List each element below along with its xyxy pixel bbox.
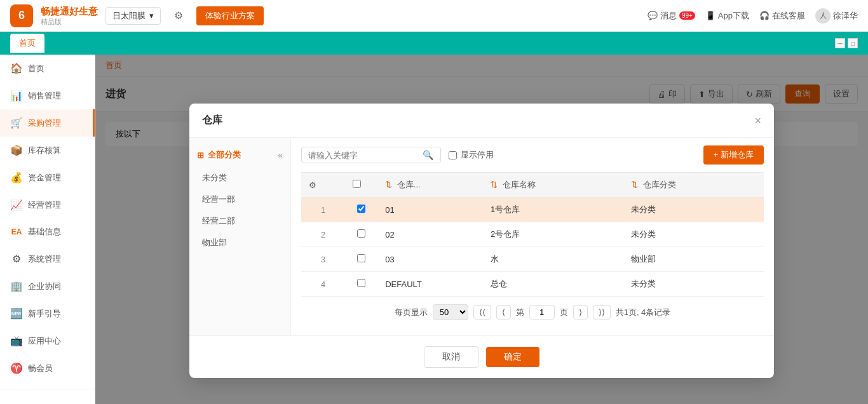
basic-icon: EA	[10, 227, 23, 236]
online-service-btn[interactable]: 🎧 在线客服	[759, 10, 805, 22]
sidebar-item-finance[interactable]: 💰 资金管理	[0, 164, 95, 191]
table-toolbar: 🔍 显示停用 + 新增仓库	[301, 145, 764, 165]
system-icon: ⚙	[10, 253, 23, 265]
per-page-select[interactable]: 50 10 20 100	[433, 304, 468, 320]
show-disabled-label[interactable]: 显示停用	[449, 149, 494, 161]
sidebar-settings[interactable]: ⚙	[0, 396, 95, 404]
cell-code: DEFAULT	[377, 272, 483, 297]
warehouse-table: ⚙ ⇅ 仓库...	[301, 172, 764, 297]
table-row[interactable]: 3 03 水 物业部	[301, 247, 764, 272]
messages-badge: 99+	[679, 11, 695, 20]
table-header-row: ⚙ ⇅ 仓库...	[301, 173, 764, 198]
category-sidebar: ⊞ 全部分类 « 未分类 经营一部 经营二部 物业部	[189, 138, 291, 335]
search-icon: 🔍	[423, 150, 433, 160]
minimize-btn[interactable]: ─	[835, 38, 845, 48]
add-warehouse-btn[interactable]: + 新增仓库	[703, 145, 764, 165]
row-checkbox[interactable]	[357, 229, 365, 238]
search-box: 🔍	[301, 147, 441, 163]
cat-item-2[interactable]: 经营二部	[189, 210, 290, 232]
category-header: ⊞ 全部分类 «	[189, 145, 290, 167]
maximize-btn[interactable]: □	[848, 38, 858, 48]
sidebar-item-purchase[interactable]: 🛒 采购管理	[0, 109, 95, 137]
table-wrapper: ⚙ ⇅ 仓库...	[301, 172, 764, 297]
sidebar-item-apps[interactable]: 📺 应用中心	[0, 327, 95, 354]
cell-code: 01	[377, 198, 483, 222]
nav-tabs: 首页 ─ □	[0, 32, 868, 55]
search-input[interactable]	[308, 151, 423, 160]
cell-category: 未分类	[623, 272, 764, 297]
sidebar-item-inventory[interactable]: 📦 库存核算	[0, 137, 95, 164]
purchase-icon: 🛒	[10, 117, 23, 129]
cell-check[interactable]	[345, 247, 377, 272]
settings-icon[interactable]: ⚙	[168, 6, 189, 26]
tab-home[interactable]: 首页	[10, 34, 44, 53]
th-category[interactable]: ⇅ 仓库分类	[623, 173, 764, 198]
sidebar-item-system[interactable]: ⚙ 系统管理	[0, 245, 95, 273]
cancel-btn[interactable]: 取消	[424, 346, 478, 368]
sort-icon-code: ⇅	[385, 180, 392, 189]
sidebar-item-enterprise[interactable]: 🏢 企业协同	[0, 273, 95, 300]
cell-num: 1	[301, 198, 345, 222]
sort-icon-name: ⇅	[491, 180, 498, 189]
th-settings[interactable]: ⚙	[301, 173, 345, 198]
cell-name: 总仓	[483, 272, 623, 297]
sort-icon-cat: ⇅	[631, 180, 638, 189]
home-icon: 🏠	[10, 62, 23, 74]
cat-item-3[interactable]: 物业部	[189, 232, 290, 253]
cell-check[interactable]	[345, 198, 377, 222]
next-page-btn[interactable]: ⟩	[573, 305, 588, 320]
row-checkbox[interactable]	[357, 254, 365, 262]
prev-page-btn[interactable]: ⟨	[496, 305, 511, 320]
row-checkbox[interactable]	[357, 205, 365, 213]
pagination: 每页显示 50 10 20 100 ⟨⟨ ⟨ 第 页	[301, 297, 764, 328]
brand-info: 畅捷通好生意 精品版	[41, 5, 98, 27]
topbar: 6 畅捷通好生意 精品版 日太阳膜 ▾ ⚙ 体验行业方案 💬 消息 99+ 📱 …	[0, 0, 868, 32]
th-check[interactable]	[345, 173, 377, 198]
table-row[interactable]: 4 DEFAULT 总仓 未分类	[301, 272, 764, 297]
cell-name: 水	[483, 247, 623, 272]
first-page-btn[interactable]: ⟨⟨	[473, 305, 491, 320]
sidebar-item-basic[interactable]: EA 基础信息	[0, 219, 95, 245]
warehouse-modal: 仓库 × ⊞ 全部分类 « 未分类	[189, 104, 774, 378]
cell-name: 2号仓库	[483, 222, 623, 247]
table-row[interactable]: 1 01 1号仓库 未分类	[301, 198, 764, 222]
cell-code: 02	[377, 222, 483, 247]
sidebar-item-home[interactable]: 🏠 首页	[0, 55, 95, 82]
row-checkbox[interactable]	[357, 279, 365, 287]
app-download-btn[interactable]: 📱 App下载	[705, 10, 749, 22]
cat-item-0[interactable]: 未分类	[189, 167, 290, 189]
table-area: 🔍 显示停用 + 新增仓库	[291, 138, 774, 335]
show-disabled-checkbox[interactable]	[449, 151, 457, 159]
avatar: 人	[815, 8, 831, 24]
all-categories[interactable]: ⊞ 全部分类	[197, 149, 241, 161]
cell-check[interactable]	[345, 222, 377, 247]
cell-num: 3	[301, 247, 345, 272]
cell-category: 未分类	[623, 198, 764, 222]
user-menu[interactable]: 人 徐泽华	[815, 8, 858, 24]
main-content: 首页 进货 🖨 印 ⬆ 导出 ↻ 刷新 查询 设置 按以下 仓库	[95, 55, 868, 404]
window-controls: ─ □	[835, 38, 858, 48]
modal-body: ⊞ 全部分类 « 未分类 经营一部 经营二部 物业部	[189, 138, 774, 335]
last-page-btn[interactable]: ⟩⟩	[593, 305, 611, 320]
modal-close-btn[interactable]: ×	[754, 115, 761, 126]
sidebar-item-sales[interactable]: 📊 销售管理	[0, 82, 95, 109]
select-all-checkbox[interactable]	[353, 180, 361, 188]
table-row[interactable]: 2 02 2号仓库 未分类	[301, 222, 764, 247]
collapse-btn[interactable]: «	[278, 150, 283, 160]
enterprise-icon: 🏢	[10, 280, 23, 292]
cell-check[interactable]	[345, 272, 377, 297]
messages-btn[interactable]: 💬 消息 99+	[648, 10, 695, 22]
sidebar-item-guide[interactable]: 🆕 新手引导	[0, 300, 95, 327]
page-input[interactable]	[529, 305, 555, 320]
modal-title: 仓库	[202, 114, 222, 127]
sidebar-item-operations[interactable]: 📈 经营管理	[0, 191, 95, 219]
sales-icon: 📊	[10, 90, 23, 102]
sidebar-item-member[interactable]: ♈ 畅会员	[0, 354, 95, 382]
company-selector[interactable]: 日太阳膜 ▾	[105, 7, 161, 25]
confirm-btn[interactable]: 确定	[486, 347, 539, 367]
cat-item-1[interactable]: 经营一部	[189, 189, 290, 210]
th-code[interactable]: ⇅ 仓库...	[377, 173, 483, 198]
brand-name: 畅捷通好生意	[41, 5, 98, 18]
th-name[interactable]: ⇅ 仓库名称	[483, 173, 623, 198]
experience-btn[interactable]: 体验行业方案	[196, 6, 264, 25]
